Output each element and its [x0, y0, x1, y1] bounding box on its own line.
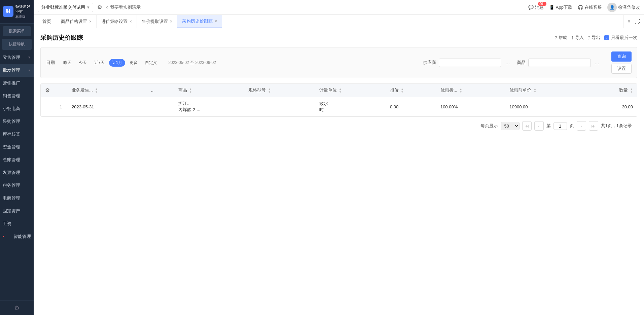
sidebar-item-retail-label: 零售管理: [3, 55, 20, 61]
app-download-button[interactable]: 📱 App下载: [549, 4, 572, 10]
col-date-label: 业务发生...: [72, 88, 93, 93]
page-label: 第: [546, 123, 551, 129]
import-label: 导入: [575, 35, 584, 41]
filter-row: 日期 昨天 今天 近7天 近1月 更多 自定义 2023-05-02 至 202…: [46, 51, 632, 74]
app-download-icon: 📱: [549, 5, 554, 10]
tab-purchase-history-label: 采购历史价跟踪: [182, 18, 213, 24]
col-price-label: 报价: [390, 88, 399, 93]
checkbox-checked-icon: ✓: [604, 35, 609, 40]
sidebar-item-wholesale[interactable]: 批发管理 ▲: [0, 64, 34, 77]
close-tab-icon[interactable]: ×: [626, 17, 632, 26]
goods-dots[interactable]: ...: [594, 60, 601, 66]
import-link[interactable]: ⤵ 导入: [571, 35, 584, 41]
table-header-row: ⚙ 业务发生... ▲▼ ... 商品: [41, 84, 637, 97]
sidebar-item-ecommerce[interactable]: 电商管理: [0, 192, 34, 205]
topbar: 好业财标准版交付试用 ▾ ⚙ ○ 我要看实例演示 💬 消息 99+ 📱 App下…: [34, 0, 644, 15]
row-before-price-cell: 10900.00: [505, 97, 586, 116]
supplier-dots[interactable]: ...: [504, 60, 511, 66]
row-date-cell: 2023-05-31: [68, 97, 147, 116]
sort-quantity-icon: ▲▼: [630, 88, 633, 94]
expand-icon[interactable]: ⛶: [633, 17, 641, 26]
import-icon: ⤵: [571, 35, 574, 40]
sidebar-item-inventory[interactable]: 库存核算: [0, 128, 34, 141]
logo-title: 畅捷通好业财: [15, 4, 31, 14]
sort-goods-icon: ▲▼: [189, 88, 192, 94]
sidebar-item-tax[interactable]: 税务管理: [0, 179, 34, 192]
sort-discount-icon: ▲▼: [459, 88, 462, 94]
tab-price-close-icon[interactable]: ×: [89, 19, 92, 24]
sidebar-item-marketing[interactable]: 营销推广: [0, 77, 34, 90]
date-more-btn[interactable]: 更多: [127, 59, 141, 67]
export-link[interactable]: ⤴ 导出: [588, 35, 600, 41]
messages-button[interactable]: 💬 消息 99+: [528, 4, 544, 10]
col-unit-label: 计量单位: [319, 88, 337, 93]
tab-purchase-history[interactable]: 采购历史价跟踪 ×: [177, 15, 222, 28]
version-selector-text: 好业财标准版交付试用: [41, 4, 85, 10]
sidebar-item-salary[interactable]: 工资: [0, 217, 34, 230]
demo-link[interactable]: ○ 我要看实例演示: [106, 4, 141, 10]
logo-subtitle: 标准版: [15, 14, 31, 19]
tab-purchase-strategy[interactable]: 进价策略设置 ×: [97, 15, 137, 28]
date-1month-btn[interactable]: 近1月: [109, 59, 126, 67]
only-last-checkbox-label[interactable]: ✓ 只看最后一次: [604, 35, 637, 41]
table-settings-icon[interactable]: ⚙: [45, 88, 50, 93]
sidebar-item-sales[interactable]: 销售管理: [0, 90, 34, 102]
per-page-label: 每页显示: [480, 123, 498, 129]
row-number-cell: 1: [54, 97, 68, 116]
page-number-input[interactable]: 1: [553, 122, 567, 130]
sidebar-item-ecommerce-small[interactable]: 小畅电商: [0, 102, 34, 115]
query-button[interactable]: 查询: [611, 51, 632, 62]
sidebar-item-invoice[interactable]: 发票管理: [0, 166, 34, 179]
sidebar-item-ledger-label: 总账管理: [3, 157, 20, 163]
settings-button[interactable]: 设置: [611, 64, 632, 74]
last-page-button[interactable]: ⏭: [589, 121, 598, 131]
tab-purchase-history-close-icon[interactable]: ×: [215, 19, 217, 24]
tab-sell-extract-close-icon[interactable]: ×: [170, 19, 172, 24]
col-discount-label: 优惠折...: [440, 88, 457, 93]
main-area: 好业财标准版交付试用 ▾ ⚙ ○ 我要看实例演示 💬 消息 99+ 📱 App下…: [34, 0, 644, 315]
tab-purchase-strategy-close-icon[interactable]: ×: [130, 19, 132, 24]
date-7days-btn[interactable]: 近7天: [91, 59, 108, 67]
prev-page-button[interactable]: ‹: [534, 121, 544, 131]
help-link[interactable]: ? 帮助: [555, 35, 567, 41]
goods-input[interactable]: [528, 59, 591, 67]
sort-price-icon: ▲▼: [401, 88, 404, 94]
date-custom-btn[interactable]: 自定义: [142, 59, 160, 67]
first-page-button[interactable]: ⏮: [522, 121, 532, 131]
sidebar-item-assets[interactable]: 固定资产: [0, 205, 34, 217]
sidebar-item-tax-label: 税务管理: [3, 182, 20, 188]
col-quantity-label: 数量: [619, 88, 628, 93]
settings-icon[interactable]: ⚙: [14, 304, 20, 312]
sidebar-item-purchase-label: 采购管理: [3, 118, 20, 125]
next-page-button[interactable]: ›: [577, 121, 586, 131]
col-goods-label: 商品: [178, 88, 187, 93]
topbar-right: 💬 消息 99+ 📱 App下载 🎧 在线客服 👤 徐泽华修改: [528, 3, 640, 12]
date-filter-label: 日期: [46, 60, 55, 66]
supplier-input[interactable]: [439, 59, 501, 67]
online-service-button[interactable]: 🎧 在线客服: [578, 4, 602, 10]
headset-icon: 🎧: [578, 5, 583, 10]
user-menu[interactable]: 👤 徐泽华修改: [607, 3, 640, 12]
topbar-settings-icon[interactable]: ⚙: [97, 4, 102, 10]
sidebar-item-smart[interactable]: 智能管理: [0, 230, 34, 243]
logo-icon: 财: [3, 6, 13, 17]
tab-sell-extract[interactable]: 售价提取设置 ×: [137, 15, 177, 28]
sidebar-item-marketing-label: 营销推广: [3, 80, 20, 86]
date-today-btn[interactable]: 今天: [76, 59, 90, 67]
per-page-select[interactable]: 50 100 200: [501, 122, 520, 130]
version-selector[interactable]: 好业财标准版交付试用 ▾: [38, 3, 93, 12]
online-service-label: 在线客服: [584, 4, 602, 10]
sort-spec-icon: ▲▼: [268, 88, 271, 94]
tab-home[interactable]: 首页: [38, 15, 56, 28]
sidebar-item-ledger[interactable]: 总账管理: [0, 153, 34, 166]
tab-price[interactable]: 商品价格设置 ×: [56, 15, 97, 28]
sidebar-item-inventory-label: 库存核算: [3, 131, 20, 137]
col-discount: 优惠折... ▲▼: [436, 84, 505, 97]
quick-nav-button[interactable]: 快捷导航: [2, 39, 32, 50]
sidebar-item-finance[interactable]: 资金管理: [0, 141, 34, 153]
search-menu-button[interactable]: 搜索菜单: [3, 26, 31, 36]
date-yesterday-btn[interactable]: 昨天: [60, 59, 74, 67]
sidebar-item-purchase[interactable]: 采购管理: [0, 115, 34, 128]
sidebar-item-retail[interactable]: 零售管理 ▼: [0, 51, 34, 64]
sidebar-item-invoice-label: 发票管理: [3, 170, 20, 176]
